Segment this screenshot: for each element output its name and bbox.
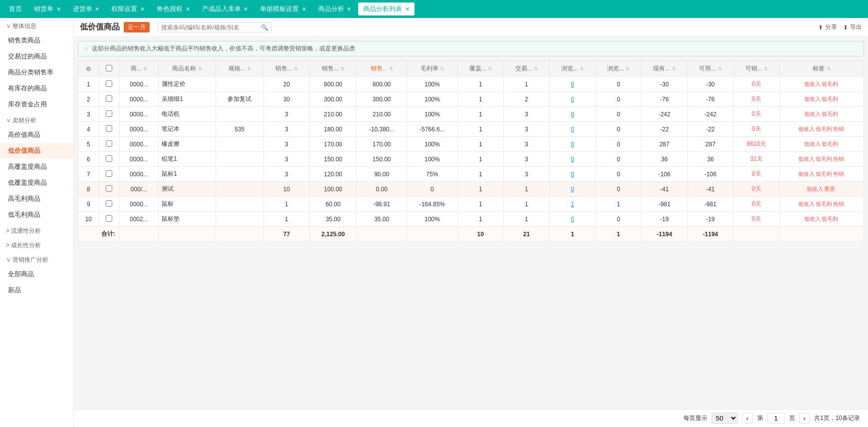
row-checkbox[interactable] <box>106 125 112 132</box>
nav-goods-analysis[interactable]: 商品分析 ✕ <box>313 2 357 15</box>
browse-link[interactable]: 1 <box>571 201 574 208</box>
browse-link[interactable]: 0 <box>571 186 574 193</box>
date-filter-btn[interactable]: 近一月 <box>124 22 150 32</box>
row-browse1[interactable]: 0 <box>550 122 596 137</box>
row-check[interactable] <box>99 167 119 182</box>
col-s3[interactable]: 销售... ⇅ <box>357 61 407 77</box>
nav-template[interactable]: 单据模板设置 ✕ <box>255 2 311 15</box>
col-stock1[interactable]: 现有... ⇅ <box>642 61 687 77</box>
col-browse2[interactable]: 浏览... ⇅ <box>596 61 642 77</box>
share-btn[interactable]: ⬆ 分享 <box>818 23 837 31</box>
row-check[interactable] <box>99 92 119 107</box>
sidebar-item-stock-goods[interactable]: 有库存的商品 <box>0 80 73 96</box>
row-checkbox[interactable] <box>106 200 112 207</box>
nav-sales-close[interactable]: ✕ <box>56 6 61 12</box>
row-check[interactable] <box>99 137 119 152</box>
row-browse1[interactable]: 0 <box>550 152 596 167</box>
sidebar-item-capital[interactable]: 库存资金占用 <box>0 96 73 112</box>
browse-link[interactable]: 0 <box>571 216 574 223</box>
sidebar-item-high-value[interactable]: 高价值商品 <box>0 127 73 143</box>
col-spec[interactable]: 规格... ⇅ <box>216 61 263 77</box>
nav-goods-list[interactable]: 商品分析列表 ✕ <box>358 2 415 15</box>
nav-template-close[interactable]: ✕ <box>302 6 306 12</box>
search-icon[interactable]: 🔍 <box>261 24 268 31</box>
row-browse1[interactable]: 0 <box>550 92 596 107</box>
col-tags[interactable]: 标签 ⇅ <box>779 61 864 77</box>
row-checkbox[interactable] <box>106 80 112 87</box>
col-gross[interactable]: 毛利率 ⇅ <box>407 61 458 77</box>
row-check[interactable] <box>99 212 119 227</box>
nav-purchase[interactable]: 进货单 ✕ <box>68 2 105 15</box>
row-checkbox[interactable] <box>106 215 112 222</box>
sidebar-item-traded-goods[interactable]: 交易过的商品 <box>0 48 73 64</box>
browse-link[interactable]: 0 <box>571 96 574 103</box>
nav-purchase-close[interactable]: ✕ <box>95 6 99 12</box>
col-cover[interactable]: 覆盖... ⇅ <box>457 61 503 77</box>
nav-role-close[interactable]: ✕ <box>186 6 190 12</box>
row-checkbox[interactable] <box>106 185 112 192</box>
col-trade[interactable]: 交易... ⇅ <box>503 61 549 77</box>
col-stock2[interactable]: 可用... ⇅ <box>687 61 733 77</box>
nav-product-in[interactable]: 产成品入库单 ✕ <box>197 2 253 15</box>
row-checkbox[interactable] <box>106 110 112 117</box>
page-input[interactable] <box>767 413 785 424</box>
search-input[interactable] <box>161 24 261 31</box>
sidebar-item-new-goods[interactable]: 新品 <box>0 282 73 298</box>
row-browse1[interactable]: 0 <box>550 77 596 92</box>
row-checkbox[interactable] <box>106 170 112 177</box>
browse-link[interactable]: 0 <box>571 126 574 133</box>
col-gear[interactable]: ⚙ <box>78 61 99 77</box>
sidebar-item-category-rate[interactable]: 商品分类销售率 <box>0 64 73 80</box>
row-checkbox[interactable] <box>106 155 112 162</box>
gear-icon[interactable]: ⚙ <box>86 65 91 72</box>
nav-goods-analysis-close[interactable]: ✕ <box>347 6 351 12</box>
row-browse1[interactable]: 0 <box>550 107 596 122</box>
row-check[interactable] <box>99 122 119 137</box>
row-checkbox[interactable] <box>106 140 112 147</box>
col-browse1[interactable]: 浏览... ⇅ <box>550 61 596 77</box>
sidebar-item-low-profit[interactable]: 低毛利商品 <box>0 207 73 223</box>
sidebar-item-low-value[interactable]: 低价值商品 <box>0 143 73 159</box>
row-browse1[interactable]: 0 <box>550 182 596 197</box>
col-s1[interactable]: 销售... ⇅ <box>263 61 309 77</box>
nav-permission[interactable]: 权限设置 ✕ <box>106 2 150 15</box>
page-first-btn[interactable]: ‹ <box>742 413 753 424</box>
page-size-select[interactable]: 50 100 200 <box>711 413 738 424</box>
col-name[interactable]: 商品名称 ⇅ <box>159 61 216 77</box>
sidebar-group-growth[interactable]: > 成长性分析 <box>0 237 73 252</box>
nav-sales[interactable]: 销货单 ✕ <box>29 2 66 15</box>
row-browse1[interactable]: 0 <box>550 167 596 182</box>
sidebar-item-high-coverage[interactable]: 高覆盖度商品 <box>0 159 73 175</box>
row-browse1[interactable]: 1 <box>550 197 596 212</box>
row-check[interactable] <box>99 107 119 122</box>
sidebar-group-flow[interactable]: > 流通性分析 <box>0 223 73 237</box>
row-check[interactable] <box>99 182 119 197</box>
nav-product-in-close[interactable]: ✕ <box>243 6 248 12</box>
col-code[interactable]: 商... ⇅ <box>119 61 159 77</box>
export-btn[interactable]: ⬇ 导出 <box>843 23 862 31</box>
check-all[interactable] <box>106 65 112 71</box>
row-browse1[interactable]: 0 <box>550 212 596 227</box>
browse-link[interactable]: 0 <box>571 81 574 88</box>
nav-role[interactable]: 角色授权 ✕ <box>152 2 195 15</box>
row-browse1[interactable]: 0 <box>550 137 596 152</box>
row-check[interactable] <box>99 77 119 92</box>
sidebar-item-high-profit[interactable]: 高毛利商品 <box>0 191 73 207</box>
page-next-btn[interactable]: › <box>799 413 810 424</box>
nav-home[interactable]: 首页 <box>4 2 27 15</box>
row-checkbox[interactable] <box>106 95 112 102</box>
browse-link[interactable]: 0 <box>571 171 574 178</box>
nav-goods-list-close[interactable]: ✕ <box>405 6 410 12</box>
col-s2[interactable]: 销售... ⇅ <box>310 61 357 77</box>
sidebar-item-low-coverage[interactable]: 低覆盖度商品 <box>0 175 73 191</box>
browse-link[interactable]: 0 <box>571 111 574 118</box>
sidebar-item-sales-goods[interactable]: 销售类商品 <box>0 32 73 48</box>
browse-link[interactable]: 0 <box>571 156 574 163</box>
col-days[interactable]: 可销... ⇅ <box>733 61 779 77</box>
row-check[interactable] <box>99 152 119 167</box>
row-stock1: -106 <box>642 167 687 182</box>
nav-permission-close[interactable]: ✕ <box>140 6 145 12</box>
sidebar-item-all-goods[interactable]: 全部商品 <box>0 266 73 282</box>
browse-link[interactable]: 0 <box>571 141 574 148</box>
row-check[interactable] <box>99 197 119 212</box>
